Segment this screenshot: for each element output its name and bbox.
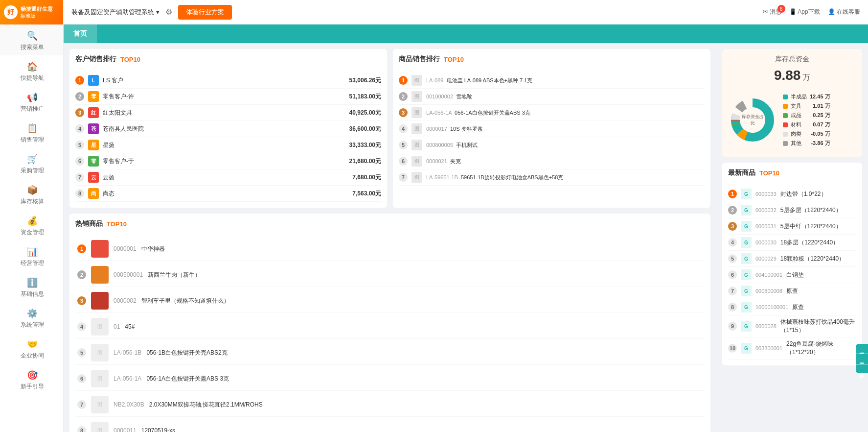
customer-rank-item: 3 红 红太阳文具 40,925.00元	[75, 105, 381, 121]
hot-img: 图	[91, 422, 109, 432]
rank-number: 1	[77, 244, 86, 253]
legend-name: 其他	[791, 140, 808, 147]
legend-value: -0.05 万	[811, 130, 830, 138]
sidebar-item-search[interactable]: 🔍 搜索菜单	[0, 24, 63, 55]
product-rank-item: 2 图 001000002 雪地靴	[399, 89, 705, 105]
product-sales-card: 商品销售排行 TOP10 1 图 LA-089 电池盖 LA-089 ABS本色…	[393, 49, 710, 208]
product-info: LA-59651-1B 59651-1B旋转投影灯电池盒ABS黑色+58克	[426, 174, 705, 181]
new-product-item: 5 G 0000029 18颗粒板（1220*2440）	[728, 251, 856, 267]
basic-icon: ℹ️	[27, 277, 38, 288]
customer-amount: 36,600.00元	[349, 125, 381, 133]
sidebar-item-guide[interactable]: 🎯 新手引导	[0, 364, 63, 395]
product-info: 000800005 手机测试	[426, 142, 705, 149]
sidebar-item-finance[interactable]: 💰 资金管理	[0, 210, 63, 240]
rank-number: 4	[77, 322, 86, 331]
new-product-name: 原查	[792, 303, 804, 312]
rank-number: 8	[75, 189, 84, 198]
legend-dot	[783, 141, 788, 146]
sales-icon: 📋	[27, 123, 38, 134]
new-product-code: 0000033	[755, 191, 777, 197]
legend-name: 肉类	[791, 130, 808, 138]
settings-icon[interactable]: ⚙	[165, 7, 172, 17]
notification-button[interactable]: ✉ 消息 6	[763, 8, 781, 16]
online-service-button[interactable]: 👤 在线客服	[828, 8, 860, 16]
rank-number: 1	[399, 76, 408, 85]
customer-name: 红太阳文具	[103, 109, 345, 117]
hot-name: 新西兰牛肉（新牛）	[148, 271, 201, 279]
system-selector[interactable]: 装备及固定资产辅助管理系统 ▾	[71, 8, 160, 17]
sidebar-item-purchase[interactable]: 🛒 采购管理	[0, 148, 63, 179]
new-product-name: 封边带（1.0*22）	[780, 190, 827, 198]
rank-number: 6	[75, 157, 84, 166]
sidebar-item-system[interactable]: ⚙️ 系统管理	[0, 302, 63, 333]
product-img: 图	[411, 172, 422, 183]
inventory-icon: 📦	[27, 185, 38, 195]
nav-tabs: 首页	[64, 24, 868, 43]
customer-name: 苍南县人民医院	[103, 125, 345, 133]
new-product-code: 0000032	[755, 207, 777, 213]
customer-ranking-title: 客户销售排行 TOP10	[75, 55, 140, 64]
rank-number: 6	[399, 157, 408, 166]
float-community[interactable]: 服务社区	[856, 354, 868, 364]
product-rank-item: 1 图 LA-089 电池盖 LA-089 ABS本色+黑种 7.1克	[399, 72, 705, 89]
sidebar-item-collab[interactable]: 🤝 企业协同	[0, 333, 63, 364]
customer-amount: 33,333.00元	[349, 141, 381, 149]
customer-name: 云扬	[103, 173, 348, 182]
sidebar-item-inventory[interactable]: 📦 库存核算	[0, 179, 63, 210]
product-img: 图	[411, 156, 422, 167]
customer-avatar: 星	[88, 140, 99, 150]
legend-name: 成品	[791, 112, 810, 119]
customer-avatar: L	[88, 75, 99, 86]
new-product-code: 0000031	[755, 223, 777, 229]
hot-img	[91, 266, 109, 284]
guide-icon: 🎯	[27, 370, 38, 381]
sidebar-item-marketing[interactable]: 📢 营销推广	[0, 86, 63, 117]
rank-number: 8	[728, 303, 737, 312]
sidebar-item-sales[interactable]: 📋 销售管理	[0, 117, 63, 148]
new-product-name: 原查	[786, 287, 798, 295]
legend-item: 材料 0.07 万	[783, 121, 830, 128]
customer-amount: 53,006.26元	[349, 76, 381, 85]
sidebar-item-management[interactable]: 📊 经营管理	[0, 240, 63, 271]
float-live[interactable]: 直播	[856, 364, 868, 373]
tab-home[interactable]: 首页	[64, 24, 97, 43]
customer-amount: 21,680.00元	[349, 157, 381, 166]
management-icon: 📊	[27, 246, 38, 257]
customer-avatar: 尚	[88, 188, 99, 199]
new-product-name: 5层中纤（1220*2440）	[780, 222, 842, 231]
new-product-img: G	[741, 286, 752, 296]
new-product-img: G	[741, 189, 752, 199]
hot-code: 0000011	[114, 427, 137, 432]
donut-section: 库存资金占比 半成品 12.45 万 文具 1.01 万 成品 0.25 万 材…	[728, 89, 856, 151]
new-product-name: 18颗粒板（1220*2440）	[780, 255, 845, 263]
trial-button[interactable]: 体验行业方案	[178, 5, 232, 20]
legend-name: 半成品	[791, 93, 807, 100]
new-product-item: 8 G 10000100001 原查	[728, 299, 856, 315]
sidebar-item-quicknav[interactable]: 🏠 快捷导航	[0, 55, 63, 86]
hot-code: LA-056-1B	[114, 349, 141, 356]
sidebar: 好 畅捷通好生意 标准版 🔍 搜索菜单 🏠 快捷导航 📢 营销推广 📋 销售管理…	[0, 0, 64, 432]
app-download-button[interactable]: 📱 App下载	[789, 8, 820, 16]
new-product-img: G	[741, 343, 752, 354]
legend-dot	[783, 104, 788, 109]
marketing-icon: 📢	[27, 92, 38, 103]
customer-rank-item: 4 苍 苍南县人民医院 36,600.00元	[75, 121, 381, 137]
collab-icon: 🤝	[27, 339, 38, 350]
float-customer-service[interactable]: 客服热线	[856, 344, 868, 354]
new-product-item: 3 G 0000031 5层中纤（1220*2440）	[728, 218, 856, 235]
new-product-item: 4 G 0000030 18多层（1220*2440）	[728, 235, 856, 251]
new-product-img: G	[741, 253, 752, 264]
home-icon: 🏠	[27, 61, 38, 72]
chevron-down-icon: ▾	[156, 8, 160, 16]
sidebar-item-basic[interactable]: ℹ️ 基础信息	[0, 271, 63, 302]
inventory-total-label: 库存总资金	[728, 55, 856, 64]
new-product-img: G	[741, 205, 752, 216]
hot-img	[91, 292, 109, 310]
float-service: 客服热线 服务社区 直播	[856, 344, 868, 373]
new-product-name: 体械蒸枝味苏打饮品400毫升（1*15）	[780, 318, 856, 335]
hot-code: 000500001	[114, 271, 143, 278]
new-product-code: 0000028	[755, 323, 777, 329]
hot-name: 056-1B白色按键开关壳ABS2克	[146, 349, 227, 357]
customer-rank-item: 6 零 零售客户-于 21,680.00元	[75, 153, 381, 169]
hot-code: LA-056-1A	[114, 375, 141, 382]
